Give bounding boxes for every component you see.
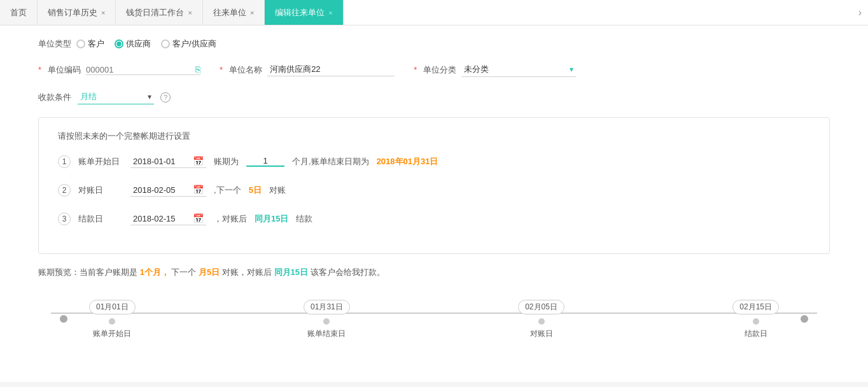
main-content: 单位类型 客户 供应商 客户/供应商 * 单位编码 <box>0 25 868 382</box>
timeline-label-2: 账单结束日 <box>307 328 346 339</box>
tab-more-arrow[interactable]: › <box>852 0 868 25</box>
unit-name-label: 单位名称 <box>229 64 262 76</box>
timeline-badge-4: 02月15日 <box>732 300 779 314</box>
billing-period-suffix: 个月,账单结束日期为 <box>292 156 369 167</box>
timeline-dot-2 <box>323 318 330 325</box>
preview-suffix: 该客户会给我打款。 <box>311 267 385 277</box>
tab-edit-partner-label: 编辑往来单位 <box>275 7 325 18</box>
preview-next-day-highlight: 月5日 <box>199 267 220 277</box>
timeline-dot-1 <box>109 318 115 325</box>
billing-start-calendar-icon[interactable]: 📅 <box>193 156 204 166</box>
timeline-end-dot <box>801 315 808 323</box>
unit-code-label: 单位编码 <box>48 64 81 76</box>
unit-name-input[interactable] <box>267 64 395 76</box>
payment-desc-suffix: 结款 <box>296 213 312 225</box>
unit-code-input[interactable] <box>86 65 193 74</box>
copy-icon[interactable]: ⎘ <box>195 64 200 74</box>
unit-category-select[interactable]: 未分类 ▾ <box>461 62 576 77</box>
tab-sales-history[interactable]: 销售订单历史 × <box>38 0 116 25</box>
reconcile-date-wrapper: 📅 <box>130 183 206 197</box>
payment-condition-label: 收款条件 <box>38 92 71 103</box>
unit-name-group: * 单位名称 <box>220 64 395 76</box>
unit-category-required: * <box>414 65 417 74</box>
unit-name-required: * <box>220 65 223 74</box>
radio-customer-circle <box>76 39 85 48</box>
timeline-badge-3: 02月05日 <box>518 300 564 314</box>
unit-category-label: 单位分类 <box>423 64 456 76</box>
reconcile-day-label: 对账日 <box>78 185 123 196</box>
tab-partner-units-close[interactable]: × <box>250 9 254 17</box>
timeline-dot-4 <box>753 318 759 325</box>
reconcile-calendar-icon[interactable]: 📅 <box>193 185 204 195</box>
preview-months-highlight: 1个月， <box>140 267 169 277</box>
unit-category-value: 未分类 <box>464 64 567 75</box>
unit-category-group: * 单位分类 未分类 ▾ <box>414 62 576 77</box>
tab-cash-daily-label: 钱货日清工作台 <box>126 7 184 18</box>
preview-payment-highlight: 同月15日 <box>274 267 308 277</box>
timeline-node-3: 02月05日 对账日 <box>518 300 564 339</box>
payment-date-wrapper: 📅 <box>130 212 206 225</box>
radio-supplier-label: 供应商 <box>126 38 151 50</box>
unit-type-row: 单位类型 客户 供应商 客户/供应商 <box>38 38 830 50</box>
payment-date-input[interactable] <box>133 214 190 223</box>
reconcile-date-input[interactable] <box>133 185 190 195</box>
radio-group: 客户 供应商 客户/供应商 <box>76 38 216 50</box>
billing-end-date-highlight: 2018年01月31日 <box>377 156 438 167</box>
radio-both[interactable]: 客户/供应商 <box>161 38 216 50</box>
tab-home[interactable]: 首页 <box>0 0 38 25</box>
billing-months-input[interactable] <box>246 156 284 167</box>
payment-day-highlight: 同月15日 <box>255 213 288 225</box>
unit-code-input-wrapper: ⎘ <box>86 64 200 75</box>
tab-edit-partner-close[interactable]: × <box>328 9 332 17</box>
payment-calendar-icon[interactable]: 📅 <box>193 213 204 223</box>
billing-period-prefix: 账期为 <box>214 156 239 167</box>
tab-cash-daily-close[interactable]: × <box>188 9 192 17</box>
reconcile-day-highlight: 5日 <box>249 185 262 196</box>
row-num-1: 1 <box>58 155 71 168</box>
timeline-node-4: 02月15日 结款日 <box>732 300 779 339</box>
preview-section: 账期预览：当前客户账期是 1个月， 下一个 月5日 对账，对账后 同月15日 该… <box>38 267 830 278</box>
row-num-2: 2 <box>58 184 71 197</box>
billing-start-date-input[interactable] <box>133 157 190 166</box>
tab-partner-units-label: 往来单位 <box>213 7 246 18</box>
tab-partner-units[interactable]: 往来单位 × <box>203 0 265 25</box>
payment-help-icon[interactable]: ? <box>160 92 171 102</box>
radio-customer[interactable]: 客户 <box>76 38 104 50</box>
timeline-start-dot <box>60 315 67 323</box>
timeline-node-2: 01月31日 账单结束日 <box>304 300 350 339</box>
timeline-label-4: 结款日 <box>745 328 767 339</box>
timeline-wrapper: 01月01日 账单开始日 01月31日 账单结束日 02月05日 对账日 02月… <box>38 293 830 346</box>
tab-home-label: 首页 <box>10 7 27 18</box>
tab-edit-partner[interactable]: 编辑往来单位 × <box>265 0 343 25</box>
payment-condition-value: 月结 <box>80 91 145 102</box>
tab-bar: 首页 销售订单历史 × 钱货日清工作台 × 往来单位 × 编辑往来单位 × › <box>0 0 868 25</box>
payment-day-row: 3 结款日 📅 ，对账后 同月15日 结款 <box>58 212 810 225</box>
payment-condition-chevron: ▾ <box>148 92 151 101</box>
reconcile-desc-prefix: ,下一个 <box>214 185 241 196</box>
payment-desc-prefix: ，对账后 <box>214 213 247 225</box>
radio-supplier-circle <box>115 39 123 48</box>
tab-sales-history-close[interactable]: × <box>101 9 105 17</box>
radio-both-label: 客户/供应商 <box>172 38 216 50</box>
unit-type-label: 单位类型 <box>38 38 71 50</box>
settings-panel: 请按照未来的一个完整帐期进行设置 1 账单开始日 📅 账期为 个月,账单结束日期… <box>38 117 830 254</box>
radio-supplier[interactable]: 供应商 <box>115 38 151 50</box>
timeline-badge-1: 01月01日 <box>89 300 136 314</box>
unit-code-required: * <box>38 65 41 74</box>
tab-sales-history-label: 销售订单历史 <box>48 7 97 18</box>
payment-condition-select[interactable]: 月结 ▾ <box>78 90 154 104</box>
panel-hint: 请按照未来的一个完整帐期进行设置 <box>58 130 810 142</box>
timeline-badge-2: 01月31日 <box>304 300 350 314</box>
radio-both-circle <box>161 39 170 48</box>
row-num-3: 3 <box>58 213 71 225</box>
timeline-nodes: 01月01日 账单开始日 01月31日 账单结束日 02月05日 对账日 02月… <box>51 300 817 339</box>
radio-customer-label: 客户 <box>88 38 104 50</box>
payment-day-label: 结款日 <box>78 213 123 225</box>
tab-cash-daily[interactable]: 钱货日清工作台 × <box>116 0 202 25</box>
timeline-node-1: 01月01日 账单开始日 <box>89 300 136 339</box>
preview-next-plain: 下一个 <box>171 267 196 277</box>
timeline-label-3: 对账日 <box>530 328 553 339</box>
payment-condition-row: 收款条件 月结 ▾ ? <box>38 90 830 104</box>
unit-code-group: * 单位编码 ⎘ <box>38 64 200 76</box>
reconcile-day-row: 2 对账日 📅 ,下一个 5日 对账 <box>58 183 810 197</box>
